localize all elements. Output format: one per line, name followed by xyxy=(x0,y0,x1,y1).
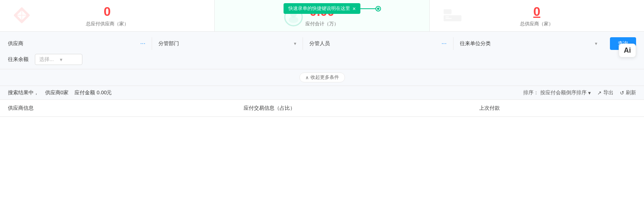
stats-bar: 0 总应付供应商（家） 快速录单的快捷键说明在这里 × 0.00 应付合计（万） xyxy=(0,0,644,32)
table-body xyxy=(0,117,644,204)
department-input[interactable] xyxy=(182,41,292,47)
refresh-icon: ↺ xyxy=(620,90,624,96)
collapse-button[interactable]: ∧ 收起更多条件 xyxy=(299,72,345,82)
tooltip-dot xyxy=(376,7,380,11)
filter-area: 供应商 ··· 分管部门 ▾ 分管人员 ··· 往来单位分类 ▾ 查询 往来余额 xyxy=(0,32,644,69)
col-payable-info: 应付交易信息（占比） xyxy=(244,105,479,112)
department-chevron-icon[interactable]: ▾ xyxy=(294,41,296,46)
col-last-payment: 上次付款 xyxy=(479,105,636,112)
filter-row-2: 往来余额 选择... ▾ xyxy=(8,54,636,69)
results-prefix: 搜索结果中， xyxy=(8,90,39,95)
person-label: 分管人员 xyxy=(309,40,330,47)
person-dots-btn[interactable]: ··· xyxy=(441,40,446,47)
balance-chevron-icon: ▾ xyxy=(60,57,78,63)
col-supplier-info: 供应商信息 xyxy=(8,105,244,112)
tooltip-text: 快速录单的快捷键说明在这里 xyxy=(288,5,350,12)
ai-badge[interactable]: Ai xyxy=(619,44,636,57)
svg-rect-10 xyxy=(446,16,449,17)
results-bar: 搜索结果中， 供应商0家 应付金额 0.00元 排序： 按应付会额倒序排序 ▾ … xyxy=(0,86,644,100)
payable-suppliers-number: 0 xyxy=(104,4,111,19)
table-header: 供应商信息 应付交易信息（占比） 上次付款 xyxy=(0,100,644,117)
supplier-dots-btn[interactable]: ··· xyxy=(140,40,145,47)
payable-amount-stat: 快速录单的快捷键说明在这里 × 0.00 应付合计（万） xyxy=(215,0,429,31)
department-label: 分管部门 xyxy=(158,40,179,47)
balance-filter: 往来余额 选择... ▾ xyxy=(8,54,82,65)
results-amount: 应付金额 0.00元 xyxy=(74,90,112,95)
balance-label: 往来余额 xyxy=(8,56,29,63)
sort-dropdown[interactable]: 排序： 按应付会额倒序排序 ▾ xyxy=(523,89,591,96)
results-info: 搜索结果中， 供应商0家 应付金额 0.00元 xyxy=(8,89,116,96)
export-icon: ↗ xyxy=(597,90,602,96)
person-filter: 分管人员 ··· xyxy=(303,37,453,50)
collapse-bar: ∧ 收起更多条件 xyxy=(0,69,644,86)
payable-amount-label: 应付合计（万） xyxy=(305,21,339,27)
total-suppliers-label: 总供应商（家） xyxy=(520,21,553,27)
svg-rect-8 xyxy=(444,9,452,14)
total-suppliers-number: 0 xyxy=(533,4,540,19)
supplier-label: 供应商 xyxy=(8,40,23,47)
unit-class-input[interactable] xyxy=(494,41,593,47)
results-suppliers: 供应商0家 xyxy=(45,90,69,95)
sort-value: 按应付会额倒序排序 xyxy=(540,89,587,96)
collapse-up-icon: ∧ xyxy=(305,75,309,80)
refresh-label: 刷新 xyxy=(626,89,636,96)
total-suppliers-stat: 0 总供应商（家） xyxy=(430,0,644,31)
filter-row-1: 供应商 ··· 分管部门 ▾ 分管人员 ··· 往来单位分类 ▾ 查询 xyxy=(8,37,636,50)
supplier-input[interactable] xyxy=(27,41,139,47)
person-input[interactable] xyxy=(333,41,440,47)
sort-label: 排序： xyxy=(523,89,539,96)
balance-placeholder: 选择... xyxy=(39,56,57,63)
unit-class-filter: 往来单位分类 ▾ xyxy=(453,37,604,50)
tooltip-bubble: 快速录单的快捷键说明在这里 × xyxy=(284,3,360,14)
payable-suppliers-label: 总应付供应商（家） xyxy=(86,21,129,27)
balance-dropdown[interactable]: 选择... ▾ xyxy=(35,54,82,65)
unit-class-label: 往来单位分类 xyxy=(460,40,491,47)
refresh-button[interactable]: ↺ 刷新 xyxy=(620,89,636,96)
export-button[interactable]: ↗ 导出 xyxy=(597,89,614,96)
sort-chevron-icon: ▾ xyxy=(588,90,591,96)
export-label: 导出 xyxy=(603,89,614,96)
department-filter: 分管部门 ▾ xyxy=(152,37,303,50)
payable-suppliers-stat: 0 总应付供应商（家） xyxy=(0,0,215,31)
supplier-filter: 供应商 ··· xyxy=(8,37,152,50)
unit-class-chevron-icon[interactable]: ▾ xyxy=(595,41,597,46)
svg-rect-11 xyxy=(446,18,452,19)
collapse-label: 收起更多条件 xyxy=(311,74,339,81)
results-actions: 排序： 按应付会额倒序排序 ▾ ↗ 导出 ↺ 刷新 xyxy=(523,89,636,96)
svg-point-5 xyxy=(289,17,298,23)
tooltip-close-btn[interactable]: × xyxy=(352,6,356,11)
